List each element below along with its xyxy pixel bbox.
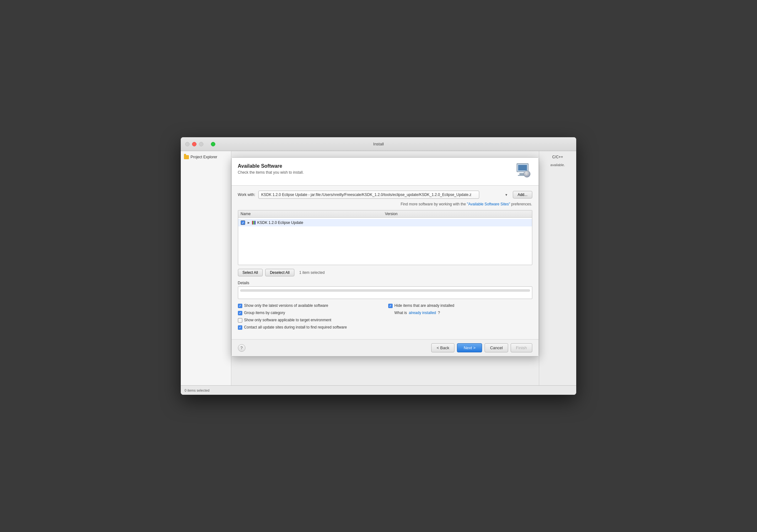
option-label-target: Show only software applicable to target … [244,318,331,322]
dialog-header-text: Available Software Check the items that … [238,163,304,174]
sidebar-title: Project Explorer [182,154,230,161]
option-label-hide: Hide items that are already installed [395,303,454,308]
more-software-text: Find more software by working with the "… [238,202,532,206]
option-label-latest: Show only the latest versions of availab… [244,303,328,308]
dialog-icon [515,163,532,181]
more-software-suffix: preferences. [510,202,532,206]
expand-arrow-icon[interactable]: ▶ [247,221,251,225]
back-button[interactable]: < Back [431,343,454,352]
progress-bar-container [240,289,530,292]
work-with-dropdown[interactable]: KSDK 1.2.0 Eclipse Update - jar:file:/Us… [258,191,479,199]
select-all-button[interactable]: Select All [238,269,263,276]
col-name-header: Name [241,212,385,216]
finish-button[interactable]: Finish [511,343,532,352]
dropdown-wrapper: KSDK 1.2.0 Eclipse Update - jar:file:/Us… [258,191,510,199]
details-label: Details [238,281,532,285]
option-row-target: Show only software applicable to target … [238,318,382,323]
checkbox-latest-versions[interactable] [238,304,242,308]
item-icon [252,221,256,225]
checkbox-target-env[interactable] [238,318,242,323]
available-text: available. [549,162,566,168]
green-button[interactable] [211,142,215,146]
title-bar: Install [181,137,576,151]
options-grid: Show only the latest versions of availab… [238,303,532,330]
option-row-latest: Show only the latest versions of availab… [238,303,382,308]
install-dialog: Available Software Check the items that … [231,157,539,357]
col-extra-header [457,212,530,216]
sidebar: Project Explorer [181,151,231,385]
right-panel: C/C++ available. [539,151,576,385]
cancel-button[interactable]: Cancel [485,343,508,352]
work-with-label: Work with: [238,193,256,197]
maximize-button[interactable] [199,142,203,146]
add-button[interactable]: Add... [513,191,532,199]
software-list: Name Version ▶ [238,210,532,265]
rp-toolbar: C/C++ [551,154,564,161]
icon-bar-blue [255,221,256,225]
buttons-row: Select All Deselect All 1 item selected [238,269,532,276]
more-software-prefix: Find more software by working with the [401,202,467,206]
list-header: Name Version [238,210,532,218]
item-checkbox[interactable] [241,220,245,225]
col-version-header: Version [385,212,457,216]
already-installed-link[interactable]: already installed [409,311,436,315]
checkbox-contact-sites[interactable] [238,325,242,330]
option-label-contact: Contact all update sites during install … [244,325,347,329]
right-options: Hide items that are already installed Wh… [388,303,532,330]
footer-buttons: < Back Next > Cancel Finish [431,343,532,352]
icon-bar-green [253,221,254,225]
traffic-lights [185,142,215,146]
dropdown-arrow-icon: ▼ [505,193,508,196]
os-window: Install Project Explorer Available Softw… [181,137,576,395]
option-row-what-installed: What is already installed? [388,311,532,315]
status-text: 0 items selected [185,389,209,392]
already-installed-prefix: What is [395,311,407,315]
close-button[interactable] [185,142,190,146]
cd-circle [524,171,530,177]
option-row-hide-installed: Hide items that are already installed [388,303,532,308]
available-software-sites-link[interactable]: "Available Software Sites" [467,202,510,206]
window-body: Project Explorer Available Software Chec… [181,151,576,385]
next-button[interactable]: Next > [457,343,482,352]
checkbox-hide-installed[interactable] [388,304,393,308]
list-body: ▶ KSDK 1.2.0 Eclipse Update [238,218,532,265]
dialog-title: Available Software [238,163,304,169]
checkbox-group-category[interactable] [238,311,242,315]
status-bar: 0 items selected [181,385,576,395]
details-box [238,286,532,299]
monitor-screen [518,165,527,171]
option-label-group: Group items by category [244,311,285,315]
dialog-header: Available Software Check the items that … [232,158,538,186]
selected-count: 1 item selected [299,270,325,275]
deselect-all-button[interactable]: Deselect All [265,269,294,276]
cpp-label: C/C++ [552,155,563,159]
option-row-group: Group items by category [238,311,382,315]
icon-bar-red [252,221,253,225]
work-with-row: Work with: KSDK 1.2.0 Eclipse Update - j… [238,191,532,199]
sidebar-title-text: Project Explorer [191,155,217,159]
table-row: ▶ KSDK 1.2.0 Eclipse Update [238,219,532,227]
details-section: Details [238,281,532,299]
dialog-content: Work with: KSDK 1.2.0 Eclipse Update - j… [232,186,538,339]
item-label: KSDK 1.2.0 Eclipse Update [257,220,303,225]
dialog-footer: ? < Back Next > Cancel Finish [232,339,538,356]
left-options: Show only the latest versions of availab… [238,303,382,330]
computer-icon [515,163,530,177]
minimize-button[interactable] [192,142,197,146]
dialog-overlay: Available Software Check the items that … [231,151,539,385]
already-installed-suffix: ? [438,311,440,315]
window-title: Install [373,141,384,146]
cd-badge [524,171,530,177]
dialog-subtitle: Check the items that you wish to install… [238,170,304,174]
help-button[interactable]: ? [238,344,245,352]
option-row-contact: Contact all update sites during install … [238,325,382,330]
folder-icon [184,155,189,159]
cd-hole [526,173,528,175]
